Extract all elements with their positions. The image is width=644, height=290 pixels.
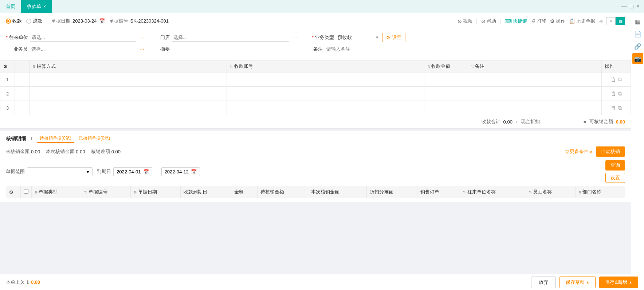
summary-input[interactable] bbox=[172, 45, 297, 53]
auto-verification-btn[interactable]: 自动核销 bbox=[596, 146, 625, 157]
save-new-btn[interactable]: 保存&新增 ▲ bbox=[599, 277, 638, 288]
row-2-settlement[interactable] bbox=[30, 87, 227, 101]
unverified-value: 0.00 bbox=[31, 149, 40, 154]
row-2-account[interactable] bbox=[227, 87, 424, 101]
row-1-account[interactable] bbox=[227, 72, 424, 87]
table-gear-header[interactable]: ⚙ bbox=[0, 60, 15, 72]
row-1-settlement[interactable] bbox=[30, 72, 227, 87]
layout-list-btn[interactable]: ≡ bbox=[606, 17, 616, 25]
layout-grid-btn[interactable]: ▦ bbox=[616, 17, 625, 25]
close-icon[interactable]: × bbox=[636, 3, 640, 10]
row-3-account[interactable] bbox=[227, 101, 424, 115]
row-2-notes[interactable] bbox=[468, 87, 601, 101]
operation-btn[interactable]: ⚙ 操作 bbox=[550, 18, 565, 24]
unverified-stat: 未核销金额 0.00 bbox=[6, 148, 40, 155]
video-btn[interactable]: ⊙ 视频 bbox=[458, 18, 472, 24]
total-label: 收款合计 bbox=[482, 118, 500, 125]
table-row: 1 🗑 ⧉ bbox=[0, 72, 631, 87]
copy-icon-1[interactable]: ⧉ bbox=[618, 77, 622, 83]
main-content: 收款 退款 单据日期 2023-03-24 📅 单据编号 SK-20230324… bbox=[0, 13, 631, 274]
maximize-icon[interactable]: □ bbox=[630, 3, 633, 10]
operation-label: 操作 bbox=[556, 18, 565, 24]
discount-col-label: 折扣分摊额 bbox=[370, 189, 393, 195]
ver-settings-btn[interactable]: 设置 bbox=[605, 173, 625, 183]
unverified-label: 未核销金额 bbox=[6, 148, 30, 155]
notes-header: ⇅ 备注 bbox=[468, 60, 601, 72]
sidebar-camera-icon[interactable]: 📷 bbox=[632, 53, 643, 64]
tab-close-icon[interactable]: × bbox=[43, 4, 46, 9]
bottom-checkbox-header[interactable] bbox=[21, 186, 32, 198]
sidebar-doc-icon[interactable]: 📄 bbox=[632, 28, 643, 39]
plus-sign: + bbox=[515, 119, 518, 125]
number-field: 单据编号 SK-20230324-001 bbox=[109, 18, 169, 24]
select-all-checkbox[interactable] bbox=[24, 189, 28, 194]
minimize-icon[interactable]: — bbox=[621, 3, 627, 10]
row-3-notes[interactable] bbox=[468, 101, 601, 115]
amount-label: 收款金额 bbox=[431, 63, 450, 69]
print-btn[interactable]: 🖨 打印 bbox=[531, 18, 546, 24]
abandon-btn[interactable]: 放弃 bbox=[531, 277, 556, 288]
notes-input[interactable] bbox=[325, 45, 487, 53]
row-1-notes[interactable] bbox=[468, 72, 601, 87]
history-btn[interactable]: 📋 历史单据 bbox=[569, 18, 595, 24]
delete-icon-1[interactable]: 🗑 bbox=[611, 77, 616, 82]
row-3-settlement[interactable] bbox=[30, 101, 227, 115]
info-icon[interactable]: ℹ bbox=[31, 136, 32, 141]
business-type-select[interactable]: 预收款 ▾ bbox=[336, 33, 380, 42]
save-draft-btn[interactable]: 保存草稿 ▲ bbox=[559, 277, 596, 288]
range-select[interactable]: ▾ bbox=[27, 167, 93, 176]
operation-icon: ⚙ bbox=[550, 18, 555, 24]
delete-icon-3[interactable]: 🗑 bbox=[611, 105, 616, 111]
shortcut-btn[interactable]: ⌨ 快捷键 bbox=[504, 18, 527, 24]
copy-icon-3[interactable]: ⧉ bbox=[618, 105, 622, 111]
row-1-amount[interactable] bbox=[424, 72, 468, 87]
type-col-label: 单据类型 bbox=[39, 189, 58, 195]
sidebar-grid-icon[interactable]: ▦ bbox=[632, 16, 643, 27]
delete-icon-2[interactable]: 🗑 bbox=[611, 91, 616, 97]
equals-sign: = bbox=[584, 119, 586, 125]
date-to-input[interactable]: 2022-04-12 📅 bbox=[161, 167, 200, 176]
pending-tab[interactable]: 待核销单据(0笔) bbox=[37, 134, 74, 143]
row-3-empty1 bbox=[15, 101, 30, 115]
dept-header: ⇅ 部门名称 bbox=[575, 186, 625, 198]
refund-radio[interactable]: 退款 bbox=[26, 18, 42, 24]
sidebar-link-icon[interactable]: 🔗 bbox=[632, 41, 643, 52]
settings-btn[interactable]: ⚙ 设置 bbox=[382, 33, 405, 42]
refund-label: 退款 bbox=[33, 18, 42, 24]
store-more-btn[interactable]: ··· bbox=[293, 35, 297, 40]
tab-links: 待核销单据(0笔) 已核销单据(0笔) bbox=[37, 134, 113, 143]
tab-current[interactable]: 收款单 × bbox=[21, 0, 52, 13]
toolbar-right: ⊙ 视频 | ⊙ 帮助 | ⌨ 快捷键 🖨 打印 ⚙ 操作 📋 bbox=[458, 17, 625, 25]
prev-info-icon[interactable]: ℹ bbox=[27, 279, 29, 285]
tab-home[interactable]: 首页 bbox=[0, 0, 21, 13]
salesperson-more-btn[interactable]: ··· bbox=[140, 46, 144, 52]
store-input[interactable] bbox=[172, 34, 289, 42]
save-draft-arrow-icon: ▲ bbox=[586, 280, 590, 284]
save-draft-label: 保存草稿 bbox=[566, 279, 585, 286]
more-conditions-btn[interactable]: ▽ 更多条件 ∧ bbox=[565, 148, 593, 155]
salesperson-field: 业务员 ··· bbox=[6, 45, 144, 53]
bottom-gear-header[interactable]: ⚙ bbox=[6, 186, 21, 198]
help-btn[interactable]: ⊙ 帮助 bbox=[481, 18, 496, 24]
employee-header: ⇅ 员工名称 bbox=[526, 186, 575, 198]
date-range-field: 到期日 2022-04-01 📅 — 2022-04-12 📅 bbox=[97, 167, 200, 176]
row-2-amount[interactable] bbox=[424, 87, 468, 101]
receivable-label: 可核销金额 bbox=[589, 118, 613, 125]
copy-icon-2[interactable]: ⧉ bbox=[618, 91, 622, 97]
discount-input[interactable] bbox=[544, 118, 581, 125]
salesperson-input[interactable] bbox=[30, 45, 136, 53]
salesperson-label: 业务员 bbox=[6, 46, 28, 52]
query-btn[interactable]: 查询 bbox=[605, 160, 625, 171]
order-col-label: 销售订单 bbox=[420, 189, 439, 195]
calendar-icon[interactable]: 📅 bbox=[99, 18, 105, 24]
video-icon: ⊙ bbox=[458, 18, 462, 24]
done-tab[interactable]: 已核销单据(0笔) bbox=[76, 134, 113, 143]
receipt-radio[interactable]: 收款 bbox=[6, 18, 22, 24]
date-from-input[interactable]: 2022-04-01 📅 bbox=[113, 167, 152, 176]
partner-input[interactable] bbox=[30, 34, 137, 42]
shortcut-icon: ⌨ bbox=[504, 18, 512, 24]
date-field: 单据日期 2023-03-24 📅 bbox=[51, 18, 105, 24]
total-value: 0.00 bbox=[503, 119, 513, 125]
partner-more-btn[interactable]: ··· bbox=[140, 35, 144, 40]
row-3-amount[interactable] bbox=[424, 101, 468, 115]
